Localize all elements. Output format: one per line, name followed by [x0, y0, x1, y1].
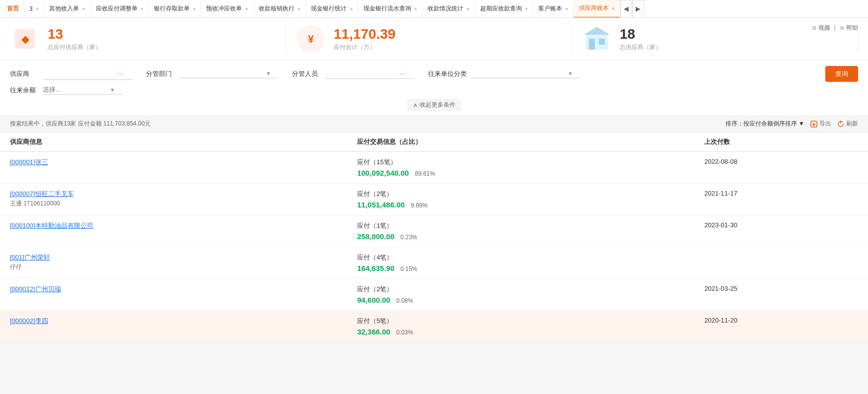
- payable-amount[interactable]: 32,366.00: [357, 328, 390, 336]
- nav-tab-cash-stats[interactable]: 现金银行统计 ×: [306, 0, 358, 18]
- total-suppliers-number: 18: [620, 26, 661, 42]
- export-icon: [810, 121, 817, 128]
- col-header-supplier-info: 供应商信息: [0, 132, 347, 152]
- supplier-info-cell: [000001]张三: [0, 152, 347, 184]
- balance-input[interactable]: [43, 86, 110, 93]
- close-icon[interactable]: ×: [141, 6, 144, 12]
- nav-tab-other-income[interactable]: 其他收入单 ×: [44, 0, 90, 18]
- payable-percent: 0.23%: [400, 234, 417, 241]
- nav-next-button[interactable]: ▶: [632, 0, 644, 18]
- close-icon[interactable]: ×: [350, 6, 353, 12]
- results-bar: 搜索结果中，供应商13家 应付金额 111,703,854.00元 排序：按应付…: [0, 116, 868, 132]
- svg-text:◆: ◆: [21, 34, 30, 45]
- close-icon[interactable]: ×: [565, 6, 568, 12]
- supplier-link[interactable]: [000002]李四: [10, 317, 48, 325]
- payable-suppliers-label: 总应付供应商（家）: [48, 43, 101, 52]
- manager-more-icon[interactable]: ···: [399, 69, 405, 77]
- nav-tab-adjustment[interactable]: 应收应付调整单 ×: [91, 0, 149, 18]
- payable-amount[interactable]: 11,051,486.00: [357, 200, 405, 209]
- table-row: [000100]本特勤油品有限公司应付（1笔）258,000.000.23%20…: [0, 215, 868, 247]
- close-icon[interactable]: ×: [466, 6, 469, 12]
- payable-info-cell: 应付（2笔）11,051,486.009.89%: [347, 184, 694, 215]
- balance-dropdown-icon[interactable]: ▼: [110, 87, 115, 93]
- results-actions: 排序：按应付余额倒序排序 ▼ 导出 刷新: [725, 120, 858, 128]
- supplier-link[interactable]: [000007]恒旺二手叉车: [10, 190, 74, 197]
- payable-percent: 9.89%: [411, 202, 428, 209]
- supplier-input[interactable]: [43, 68, 117, 78]
- results-summary: 搜索结果中，供应商13家 应付金额 111,703,854.00元: [10, 120, 150, 128]
- last-payment-cell: 2021-03-25: [694, 279, 868, 311]
- supplier-info-cell: [000007]恒旺二手叉车王通 17106110000: [0, 184, 347, 215]
- nav-tab-overdue[interactable]: 超期应收款查询 ×: [475, 0, 533, 18]
- filter-item-supplier: 供应商 ···: [10, 68, 132, 80]
- payable-amount[interactable]: 164,635.90: [357, 264, 394, 272]
- close-icon[interactable]: ×: [82, 6, 85, 12]
- supplier-sub-info: 王通 17106110000: [10, 199, 337, 208]
- payable-info-cell: 应付（15笔）100,092,540.0089.61%: [347, 152, 694, 184]
- table-row: [000012]广州贝瑞应付（2笔）94,600.000.08%2021-03-…: [0, 279, 868, 311]
- payable-amount[interactable]: 258,000.00: [357, 232, 394, 241]
- stat-payable-suppliers: ◆ 13 总应付供应商（家）: [10, 24, 286, 54]
- table-row: [001]广州荣轩仔仔应付（4笔）164,635.900.15%: [0, 247, 868, 279]
- nav-tab-bank[interactable]: 银行存取款单 ×: [149, 0, 201, 18]
- nav-prev-button[interactable]: ◀: [620, 0, 632, 18]
- query-button[interactable]: 查询: [825, 66, 858, 82]
- nav-tab-3[interactable]: 3 ×: [24, 0, 44, 18]
- refresh-button[interactable]: 刷新: [837, 120, 858, 128]
- payable-count: 应付（5笔）: [357, 317, 684, 326]
- payable-percent: 89.61%: [415, 170, 435, 177]
- supplier-link[interactable]: [000100]本特勤油品有限公司: [10, 222, 93, 229]
- supplier-filter-label: 供应商: [10, 69, 40, 78]
- refresh-icon: [837, 121, 844, 128]
- payable-percent: 0.03%: [396, 329, 413, 336]
- last-payment-cell: 2023-01-30: [694, 215, 868, 247]
- nav-tab-collection-stats[interactable]: 收款情况统计 ×: [423, 0, 475, 18]
- balance-filter-label: 往来余额: [10, 86, 40, 95]
- supplier-link[interactable]: [000012]广州贝瑞: [10, 285, 61, 293]
- category-input[interactable]: [471, 69, 568, 77]
- manager-input[interactable]: [325, 69, 399, 77]
- last-payment-cell: 2022-08-08: [694, 152, 868, 184]
- payable-info-cell: 应付（1笔）258,000.000.23%: [347, 215, 694, 247]
- last-payment-cell: [694, 247, 868, 279]
- dept-input[interactable]: [179, 69, 266, 77]
- help-link[interactable]: ⊙ 帮助: [840, 24, 858, 31]
- supplier-more-icon[interactable]: ···: [117, 69, 123, 77]
- nav-tab-supplier-ledger[interactable]: 供应商账本 ×: [574, 0, 620, 18]
- payable-amount[interactable]: 94,600.00: [357, 296, 390, 304]
- table-row: [000002]李四应付（5笔）32,366.000.03%2020-11-20: [0, 311, 868, 342]
- collapse-button[interactable]: ∧ 收起更多条件: [407, 99, 461, 111]
- payable-amount[interactable]: 100,092,540.00: [357, 169, 409, 177]
- close-icon[interactable]: ×: [36, 6, 39, 12]
- sort-selector[interactable]: 排序：按应付余额倒序排序 ▼: [725, 120, 804, 128]
- nav-tab-customer-ledger[interactable]: 客户账本 ×: [533, 0, 574, 18]
- nav-tab-prepayment[interactable]: 预收冲应收单 ×: [201, 0, 253, 18]
- payable-total-number: 11,170.39: [334, 26, 396, 42]
- close-icon[interactable]: ×: [612, 5, 615, 11]
- close-icon[interactable]: ×: [525, 6, 528, 12]
- col-header-payable-info: 应付交易信息（占比）: [347, 132, 694, 152]
- payable-percent: 0.15%: [400, 265, 417, 272]
- close-icon[interactable]: ×: [245, 6, 248, 12]
- nav-tab-home[interactable]: 首页: [2, 0, 24, 18]
- supplier-link[interactable]: [001]广州荣轩: [10, 254, 50, 261]
- dept-dropdown-icon[interactable]: ▼: [266, 70, 271, 76]
- close-icon[interactable]: ×: [193, 6, 196, 12]
- nav-tab-collection[interactable]: 收款核销执行 ×: [254, 0, 306, 18]
- svg-rect-5: [589, 39, 595, 50]
- payable-count: 应付（2笔）: [357, 190, 684, 198]
- supplier-link[interactable]: [000001]张三: [10, 158, 48, 166]
- category-dropdown-icon[interactable]: ▼: [568, 70, 573, 76]
- last-payment-cell: 2020-11-20: [694, 311, 868, 342]
- close-icon[interactable]: ×: [297, 6, 300, 12]
- close-icon[interactable]: ×: [414, 6, 417, 12]
- stats-bar: ◆ 13 总应付供应商（家） ¥ 11,170.39 应付合计（万） 18 总供…: [0, 18, 868, 60]
- table-header-row: 供应商信息 应付交易信息（占比） 上次付数: [0, 132, 868, 152]
- store-icon: [582, 24, 612, 54]
- nav-tab-cash-flow[interactable]: 现金银行流水查询 ×: [359, 0, 423, 18]
- export-button[interactable]: 导出: [810, 120, 831, 128]
- svg-rect-6: [599, 39, 605, 45]
- supplier-table: 供应商信息 应付交易信息（占比） 上次付数 [000001]张三应付（15笔）1…: [0, 132, 868, 342]
- manager-filter-label: 分管人员: [292, 69, 322, 78]
- video-link[interactable]: ⊙ 视频: [812, 24, 830, 31]
